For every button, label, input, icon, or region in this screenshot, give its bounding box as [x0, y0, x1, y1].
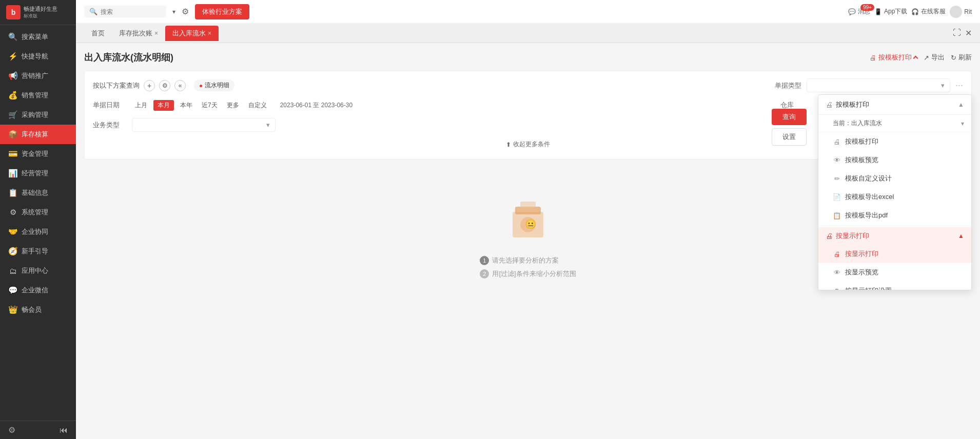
sidebar-item-marketing[interactable]: 📢 营销推广	[0, 66, 76, 86]
date-btn-7days[interactable]: 近7天	[199, 100, 221, 111]
tab-flow-close[interactable]: ×	[208, 30, 211, 37]
export-button[interactable]: ↗ 导出	[924, 53, 945, 62]
date-btn-current-month[interactable]: 本月	[153, 100, 174, 111]
sidebar-item-basic[interactable]: 📋 基础信息	[0, 183, 76, 203]
service-icon: 🎧	[911, 8, 919, 15]
template-pdf-icon: 📋	[833, 211, 841, 220]
sidebar-item-inventory[interactable]: 📦 库存核算	[0, 125, 76, 144]
online-service-button[interactable]: 🎧 在线客服	[911, 7, 946, 16]
dropdown-item-template-preview[interactable]: 👁 按模板预览	[818, 151, 971, 169]
print-icon: 🖨	[870, 54, 876, 62]
filter-collapse-scheme-button[interactable]: «	[174, 80, 186, 91]
sidebar-item-purchase[interactable]: 🛒 采购管理	[0, 105, 76, 125]
date-btn-current-year[interactable]: 本年	[177, 100, 195, 111]
dropdown-divider	[818, 226, 971, 226]
sidebar-item-shortcut[interactable]: ⚡ 快捷导航	[0, 47, 76, 66]
app-download-button[interactable]: 📱 App下载	[874, 7, 907, 16]
topbar-search-box[interactable]: 🔍	[84, 6, 166, 17]
sidebar-item-sales[interactable]: 💰 销售管理	[0, 86, 76, 105]
page-content: 出入库流水(流水明细) 🖨 按模板打印 ↗ 导出 ↻ 刷新	[76, 43, 980, 439]
date-buttons: 上月 本月 本年 近7天 更多 自定义	[132, 100, 270, 111]
tab-maximize-button[interactable]: ⛶	[953, 28, 961, 38]
dropdown-item-template-print[interactable]: 🖨 按模板打印	[818, 132, 971, 151]
user-avatar[interactable]: Rit	[950, 6, 972, 18]
sidebar: b 畅捷通好生意 标准版 🔍 搜索菜单 ⚡ 快捷导航 📢 营销推广 💰 销售管理…	[0, 0, 76, 439]
template-custom-icon: ✏	[833, 174, 841, 183]
hint-text-1: 请先选择要分析的方案	[492, 256, 559, 265]
main-content: 🔍 ▾ ⚙ 体验行业方案 💬 消息 99+ 📱 App下载 🎧 在线客服 Rit	[76, 0, 980, 439]
tag-icon: ●	[199, 82, 203, 89]
sidebar-item-guide[interactable]: 🧭 新手引导	[0, 242, 76, 261]
template-preview-label: 按模板预览	[845, 155, 878, 165]
sidebar-item-label: 销售管理	[22, 91, 48, 100]
sidebar-item-label: 新手引导	[22, 247, 48, 256]
settings-button[interactable]: 设置	[772, 128, 807, 146]
hint-num-2: 2	[480, 269, 489, 278]
system-icon: ⚙	[8, 208, 17, 217]
business-type-select[interactable]: ▾	[132, 118, 276, 132]
date-btn-more[interactable]: 更多	[224, 100, 242, 111]
dropdown-item-display-preview[interactable]: 👁 按显示预览	[818, 263, 971, 282]
dropdown-item-display-print[interactable]: 🖨 按显示打印	[818, 245, 971, 263]
dropdown-item-template-custom[interactable]: ✏ 模板自定义设计	[818, 169, 971, 188]
date-btn-last-month[interactable]: 上月	[132, 100, 150, 111]
sidebar-item-collab[interactable]: 🤝 企业协同	[0, 222, 76, 242]
sidebar-item-label: 营销推广	[22, 71, 48, 81]
sidebar-item-system[interactable]: ⚙ 系统管理	[0, 203, 76, 222]
filter-add-button[interactable]: +	[144, 80, 155, 91]
sidebar-settings-btn[interactable]: ⚙	[8, 425, 15, 435]
sidebar-item-search[interactable]: 🔍 搜索菜单	[0, 27, 76, 47]
print-dropdown-arrow[interactable]	[914, 54, 917, 62]
search-icon: 🔍	[8, 32, 17, 42]
tab-batch-close[interactable]: ×	[154, 30, 158, 37]
message-badge: 99+	[860, 4, 874, 11]
filter-tag[interactable]: ● 流水明细	[194, 79, 234, 91]
tab-home[interactable]: 首页	[84, 26, 112, 41]
tab-close-all-button[interactable]: ✕	[965, 28, 972, 38]
options-more[interactable]: ···	[955, 80, 963, 91]
print-dropdown-panel: 🖨 按模板打印 ▲ 当前：出入库流水 ▾ 🖨 按模板打印 👁 按模板预览	[818, 94, 972, 290]
sidebar-item-finance[interactable]: 💳 资金管理	[0, 144, 76, 164]
template-excel-icon: 📄	[833, 193, 841, 201]
dropdown-item-template-pdf[interactable]: 📋 按模板导出pdf	[818, 206, 971, 225]
app-download-label: App下载	[884, 7, 907, 16]
dropdown-item-display-settings[interactable]: ⚙ 按显示打印设置	[818, 282, 971, 290]
app-name: 畅捷通好生意	[24, 5, 57, 12]
sidebar-item-label: 库存核算	[22, 130, 48, 139]
search-icon: 🔍	[89, 8, 97, 15]
topbar: 🔍 ▾ ⚙ 体验行业方案 💬 消息 99+ 📱 App下载 🎧 在线客服 Rit	[76, 0, 980, 24]
message-button[interactable]: 💬 消息 99+	[848, 7, 870, 16]
app-logo: b 畅捷通好生意 标准版	[0, 0, 76, 25]
dropdown-header-arrow[interactable]: ▲	[958, 101, 964, 108]
sidebar-item-member[interactable]: 👑 畅会员	[0, 300, 76, 320]
template-preview-icon: 👁	[833, 156, 841, 164]
refresh-button[interactable]: ↻ 刷新	[951, 53, 972, 62]
tabbar-right: ⛶ ✕	[953, 28, 972, 38]
search-input[interactable]	[101, 8, 152, 15]
tab-batch-label: 库存批次账	[119, 29, 152, 38]
collapse-label: 收起更多条件	[513, 140, 550, 149]
sidebar-item-corpwx[interactable]: 💬 企业微信	[0, 281, 76, 300]
refresh-icon: ↻	[951, 54, 956, 62]
tab-flow[interactable]: 出入库流水 ×	[165, 26, 219, 41]
dropdown-current-item[interactable]: 当前：出入库流水 ▾	[818, 115, 971, 132]
dropdown-display-section-header[interactable]: 🖨 按显示打印 ▲	[818, 227, 971, 245]
query-button[interactable]: 查询	[772, 109, 807, 125]
sidebar-item-appcenter[interactable]: 🗂 应用中心	[0, 261, 76, 281]
trial-button[interactable]: 体验行业方案	[195, 4, 249, 19]
shortcut-icon: ⚡	[8, 52, 17, 61]
sidebar-item-operation[interactable]: 📊 经营管理	[0, 164, 76, 183]
collapse-icon: ⬆	[506, 141, 511, 148]
current-label: 当前：出入库流水	[833, 119, 882, 128]
voucher-type-select[interactable]: ▾	[807, 78, 950, 92]
tab-batch[interactable]: 库存批次账 ×	[112, 26, 165, 41]
sidebar-collapse-btn[interactable]: ⏮	[60, 426, 68, 435]
filter-row-top: 按以下方案查询 + ⚙ « ● 流水明细 单据类型 ▾	[93, 78, 963, 92]
date-btn-custom[interactable]: 自定义	[245, 100, 270, 111]
print-button[interactable]: 🖨 按模板打印	[870, 53, 917, 62]
gear-icon[interactable]: ⚙	[182, 7, 189, 16]
filter-settings-button[interactable]: ⚙	[159, 80, 170, 91]
topbar-dropdown-arrow[interactable]: ▾	[172, 8, 175, 15]
dropdown-item-template-excel[interactable]: 📄 按模板导出excel	[818, 188, 971, 206]
sidebar-item-label: 采购管理	[22, 110, 48, 119]
